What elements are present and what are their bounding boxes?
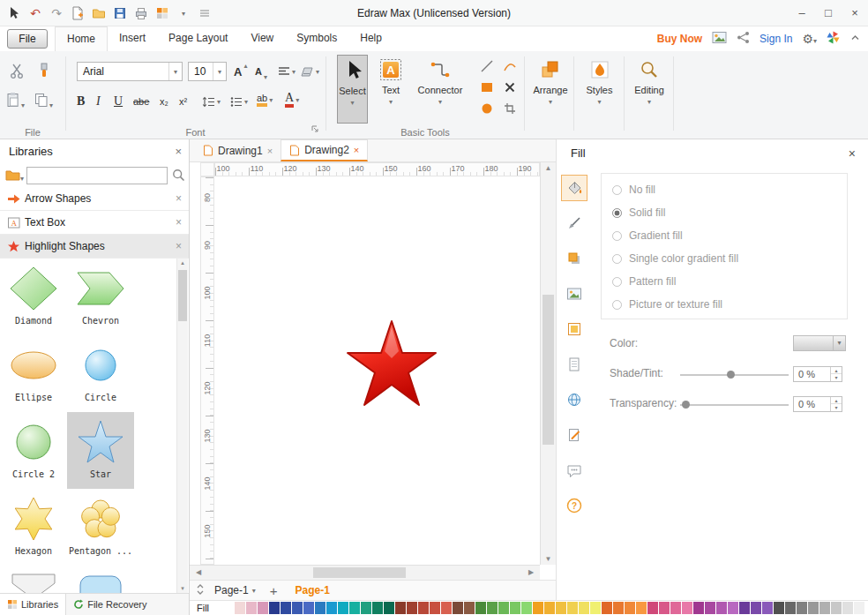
palette-color[interactable] (774, 602, 784, 614)
palette-color[interactable] (670, 602, 681, 614)
option-pattern-fill[interactable]: Pattern fill (612, 274, 676, 289)
minimize-button[interactable]: – (789, 0, 815, 26)
palette-color[interactable] (533, 602, 543, 614)
palette-color[interactable] (659, 602, 670, 614)
palette-color[interactable] (349, 602, 360, 614)
shade-tint-spinner[interactable]: 0 % ▴▾ (793, 366, 842, 382)
undo-icon[interactable]: ↶ (26, 4, 44, 22)
radio-icon[interactable] (612, 300, 622, 310)
print-icon[interactable] (132, 4, 150, 22)
search-input[interactable] (27, 168, 167, 184)
option-no-fill[interactable]: No fill (612, 183, 655, 197)
palette-color[interactable] (361, 602, 371, 614)
ellipse-tool-icon[interactable] (476, 99, 498, 118)
transparency-spinner[interactable]: 0 % ▴▾ (793, 396, 842, 412)
tab-page-layout[interactable]: Page Layout (157, 26, 239, 51)
close-button[interactable]: × (842, 0, 868, 26)
tab-insert[interactable]: Insert (108, 26, 157, 51)
radio-icon[interactable] (612, 208, 622, 218)
radio-icon[interactable] (612, 254, 622, 264)
subscript-button[interactable]: x₂ (160, 92, 168, 111)
palette-color[interactable] (384, 602, 394, 614)
delete-tool-icon[interactable] (499, 78, 520, 97)
text-tool-button[interactable]: A Text ▾ (375, 55, 407, 124)
crop-tool-icon[interactable] (499, 99, 520, 118)
shape-thumb-hexagon[interactable]: Hexagon (0, 489, 67, 566)
font-color-button[interactable]: A▾ (285, 90, 299, 109)
help-icon[interactable]: ? (561, 492, 587, 519)
palette-color[interactable] (716, 602, 727, 614)
active-page-tab[interactable]: Page-1 (288, 584, 336, 596)
section-close-icon[interactable]: × (176, 211, 182, 235)
palette-color[interactable] (258, 602, 268, 614)
curve-tool-icon[interactable] (499, 56, 520, 76)
doc-tab-drawing1[interactable]: Drawing1 × (195, 139, 281, 161)
palette-color[interactable] (475, 602, 486, 614)
section-close-icon[interactable]: × (176, 235, 182, 259)
cut-icon[interactable] (9, 62, 26, 82)
shape-thumb-chevron[interactable]: Chevron (67, 259, 134, 335)
section-arrow-shapes[interactable]: Arrow Shapes × (0, 187, 189, 211)
font-family-select[interactable]: Arial▾ (77, 62, 183, 81)
palette-color[interactable] (338, 602, 348, 614)
tab-view[interactable]: View (239, 26, 285, 51)
shade-tint-slider[interactable] (680, 374, 789, 376)
format-painter-icon[interactable] (35, 62, 53, 82)
palette-color[interactable] (544, 602, 555, 614)
palette-color[interactable] (831, 602, 842, 614)
library-folder-icon[interactable]: ▾ (5, 169, 24, 184)
grow-font-button[interactable]: A▴ (234, 62, 247, 81)
color-swatch-dropdown[interactable]: ▾ (793, 335, 846, 351)
arrange-button[interactable]: Arrange ▾ (528, 55, 573, 124)
photo-icon[interactable] (712, 31, 727, 47)
collapse-ribbon-icon[interactable] (849, 32, 861, 46)
palette-color[interactable] (430, 602, 440, 614)
spinner-buttons[interactable]: ▴▾ (830, 397, 842, 411)
buy-now-link[interactable]: Buy Now (657, 33, 702, 45)
underline-button[interactable]: U (114, 92, 123, 111)
font-size-select[interactable]: 10▾ (188, 62, 227, 81)
palette-color[interactable] (315, 602, 326, 614)
tab-symbols[interactable]: Symbols (285, 26, 348, 51)
transparency-slider[interactable] (680, 404, 789, 406)
section-highlight-shapes[interactable]: Highlight Shapes × (0, 235, 189, 259)
new-document-icon[interactable] (69, 4, 86, 22)
palette-color[interactable] (372, 602, 383, 614)
radio-icon[interactable] (612, 277, 622, 287)
shape-thumb-diamond[interactable]: Diamond (0, 259, 67, 335)
save-icon[interactable] (111, 4, 129, 22)
palette-color[interactable] (602, 602, 612, 614)
palette-color[interactable] (395, 602, 406, 614)
palette-color[interactable] (303, 602, 314, 614)
palette-color[interactable] (567, 602, 578, 614)
strikethrough-button[interactable]: abe (133, 92, 149, 111)
libraries-close-icon[interactable]: × (175, 139, 182, 164)
tab-help[interactable]: Help (348, 26, 393, 51)
palette-color[interactable] (487, 602, 498, 614)
palette-color[interactable] (418, 602, 429, 614)
palette-color[interactable] (842, 602, 853, 614)
star-shape[interactable] (340, 318, 446, 422)
palette-color[interactable] (510, 602, 520, 614)
palette-color[interactable] (292, 602, 303, 614)
drawing-canvas[interactable] (214, 176, 540, 565)
shape-thumb-partial[interactable] (67, 566, 134, 593)
radio-icon[interactable] (612, 231, 622, 241)
scrollbar-thumb[interactable] (542, 295, 554, 445)
palette-color[interactable] (235, 602, 245, 614)
option-single-color-gradient-fill[interactable]: Single color gradient fill (612, 251, 738, 266)
section-close-icon[interactable]: × (176, 187, 182, 211)
toolbar-more-icon[interactable]: ▾ (175, 4, 192, 22)
settings-gear-icon[interactable]: ⚙▾ (802, 32, 817, 46)
sign-in-link[interactable]: Sign In (760, 33, 792, 45)
bullet-list-button[interactable]: ▾ (230, 92, 248, 111)
palette-color[interactable] (854, 602, 864, 614)
scroll-down-icon[interactable]: ▼ (541, 555, 556, 563)
option-picture-texture-fill[interactable]: Picture or texture fill (612, 297, 722, 311)
radio-icon[interactable] (612, 185, 622, 195)
palette-color[interactable] (441, 602, 452, 614)
palette-color[interactable] (797, 602, 807, 614)
shape-thumb-ellipse[interactable]: Ellipse (0, 335, 67, 412)
open-folder-icon[interactable] (90, 4, 108, 22)
palette-color[interactable] (693, 602, 704, 614)
